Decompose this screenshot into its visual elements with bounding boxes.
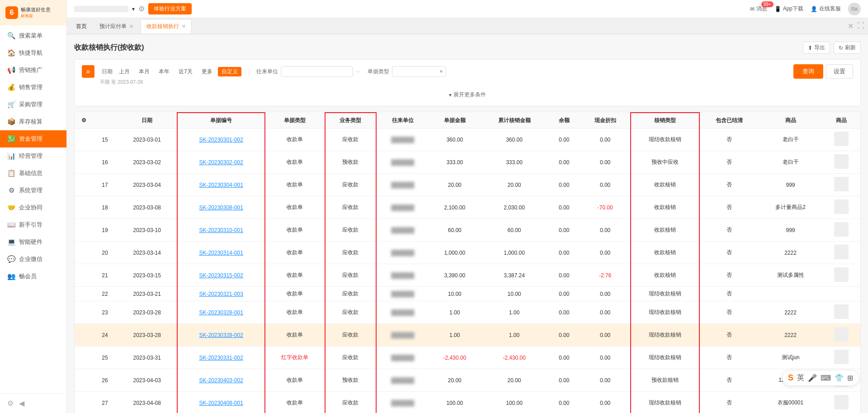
filter-toggle-button[interactable]: » (82, 65, 94, 78)
doc-no-link[interactable]: SK-20230302-002 (199, 159, 243, 166)
sidebar-item-operations[interactable]: 📊经营管理 (0, 147, 66, 165)
col-gear[interactable]: ⚙ (75, 113, 93, 128)
row-doc-no: SK-20230302-002 (177, 151, 264, 174)
online-service-button[interactable]: 👤 在线客服 (811, 5, 841, 13)
keyboard-icon[interactable]: ⌨ (821, 374, 831, 382)
industry-solution-button[interactable]: 体验行业方案 (148, 3, 192, 14)
row-cash-discount: 0.00 (580, 174, 631, 196)
topbar-gear-icon[interactable]: ⚙ (138, 5, 145, 13)
grid-icon[interactable]: ⊞ (847, 374, 853, 382)
sidebar-item-guide[interactable]: 📖新手引导 (0, 216, 66, 233)
app-download-button[interactable]: 📱 App下载 (774, 5, 803, 13)
row-gear[interactable] (75, 347, 93, 369)
row-gear[interactable] (75, 242, 93, 264)
doc-no-link[interactable]: SK-20230301-002 (199, 137, 243, 143)
table-wrap: ⚙ 日期 单据编号 单据类型 业务类型 往来单位 单据金额 累计核销金额 余额 … (74, 112, 861, 413)
row-partner: ██████ (376, 242, 429, 264)
doc-no-link[interactable]: SK-20230321-003 (199, 291, 243, 297)
sidebar-item-hardware[interactable]: 💻智能硬件 (0, 233, 66, 251)
row-doc-no: SK-20230321-003 (177, 287, 264, 301)
settings-icon[interactable]: ⚙ (7, 399, 14, 408)
tab-close-all-icon[interactable]: ✕ (848, 22, 854, 30)
filter-partner-input[interactable] (281, 66, 353, 77)
tab-collection[interactable]: 收款核销执行 ✕ (141, 19, 192, 33)
sidebar-item-sales[interactable]: 💰销售管理 (0, 79, 66, 96)
doc-no-link[interactable]: SK-20230331-002 (199, 355, 243, 361)
filter-opt-this-month[interactable]: 本月 (135, 67, 153, 76)
doc-no-link[interactable]: SK-20230328-002 (199, 332, 243, 338)
row-gear[interactable] (75, 369, 93, 392)
english-icon[interactable]: 英 (797, 373, 804, 383)
row-gear[interactable] (75, 219, 93, 242)
row-doc-no: SK-20230308-001 (177, 196, 264, 219)
filter-expand-button[interactable]: ▾ 展开更多条件 (82, 88, 853, 101)
query-button[interactable]: 查询 (793, 64, 823, 79)
message-button[interactable]: ✉ 消息 99+ (750, 5, 767, 13)
row-gear[interactable] (75, 301, 93, 324)
row-include-settled: 否 (699, 128, 759, 151)
sidebar-item-search[interactable]: 🔍搜索菜单 (0, 27, 66, 44)
row-seq: 16 (93, 151, 117, 174)
filter-opt-this-year[interactable]: 本年 (155, 67, 173, 76)
filter-opt-last-month[interactable]: 上月 (115, 67, 133, 76)
tab-home[interactable]: 首页 (71, 19, 92, 33)
row-include-settled: 否 (699, 287, 759, 301)
sidebar-item-purchase[interactable]: 🛒采购管理 (0, 96, 66, 113)
row-cancel-type: 现结收款核销 (631, 324, 699, 347)
tab-collection-label: 收款核销执行 (146, 21, 179, 32)
row-gear[interactable] (75, 392, 93, 413)
row-gear[interactable] (75, 174, 93, 196)
refresh-button[interactable]: ↻ 刷新 (834, 42, 861, 54)
tab-payable-close[interactable]: ✕ (129, 21, 133, 32)
row-cancel-type: 收款核销 (631, 174, 699, 196)
export-button[interactable]: ⬆ 导出 (803, 42, 830, 54)
tab-expand-icon[interactable]: ⛶ (857, 22, 864, 30)
sidebar-item-system[interactable]: ⚙系统管理 (0, 182, 66, 199)
filter-opt-7days[interactable]: 近7天 (175, 67, 196, 76)
row-partner: ██████ (376, 219, 429, 242)
nav-label-hardware: 智能硬件 (19, 238, 42, 246)
row-gear[interactable] (75, 128, 93, 151)
row-gear[interactable] (75, 196, 93, 219)
doc-no-link[interactable]: SK-20230304-001 (199, 182, 243, 188)
doc-no-link[interactable]: SK-20230403-002 (199, 377, 243, 384)
filter-opt-more[interactable]: 更多 (198, 67, 216, 76)
col-seq (93, 113, 117, 128)
sidebar-item-marketing[interactable]: 📢营销推广 (0, 62, 66, 79)
shirt-icon[interactable]: 👕 (835, 374, 844, 382)
breadcrumb-arrow[interactable]: ▾ (132, 6, 135, 12)
doc-no-link[interactable]: SK-20230314-001 (199, 250, 243, 256)
sidebar-item-shortcut[interactable]: 🏠快捷导航 (0, 44, 66, 62)
row-written-off: -2,430.00 (481, 347, 548, 369)
row-gear[interactable] (75, 264, 93, 287)
filter-opt-custom[interactable]: 自定义 (218, 67, 241, 76)
doc-no-link[interactable]: SK-20230308-001 (199, 204, 243, 211)
s-icon[interactable]: S (788, 373, 793, 383)
mic-icon[interactable]: 🎤 (808, 374, 817, 382)
sidebar-item-basic[interactable]: 📋基础信息 (0, 165, 66, 182)
sidebar-item-inventory[interactable]: 📦库存核算 (0, 113, 66, 130)
doc-no-link[interactable]: SK-20230408-001 (199, 400, 243, 406)
nav-label-finance: 资金管理 (19, 135, 42, 143)
sidebar-item-member[interactable]: 👥畅会员 (0, 268, 66, 285)
filter-doctype-select[interactable] (392, 66, 446, 77)
row-gear[interactable] (75, 324, 93, 347)
collapse-icon[interactable]: ◀ (19, 399, 24, 408)
main-area: ▾ ⚙ 体验行业方案 ✉ 消息 99+ 📱 App下载 👤 在线客服 Rit 首… (67, 0, 868, 413)
row-gear[interactable] (75, 287, 93, 301)
filter-expand-label: 展开更多条件 (453, 91, 486, 99)
sidebar-item-finance[interactable]: 💹资金管理 (0, 130, 66, 147)
row-seq: 15 (93, 128, 117, 151)
tab-payable[interactable]: 预计应付单 ✕ (94, 19, 139, 33)
sidebar-item-wechat[interactable]: 💬企业微信 (0, 251, 66, 268)
tab-collection-close[interactable]: ✕ (182, 21, 186, 32)
doc-no-link[interactable]: SK-20230328-001 (199, 309, 243, 316)
row-gear[interactable] (75, 151, 93, 174)
doc-no-link[interactable]: SK-20230310-001 (199, 227, 243, 233)
tab-bar: 首页 预计应付单 ✕ 收款核销执行 ✕ ✕ ⛶ (67, 18, 868, 34)
doc-no-link[interactable]: SK-20230315-002 (199, 272, 243, 279)
setting-button[interactable]: 设置 (826, 64, 853, 79)
avatar[interactable]: Rit (848, 3, 861, 15)
sidebar-item-corp[interactable]: 🤝企业协同 (0, 199, 66, 216)
row-doc-type: 收款单 (265, 196, 325, 219)
